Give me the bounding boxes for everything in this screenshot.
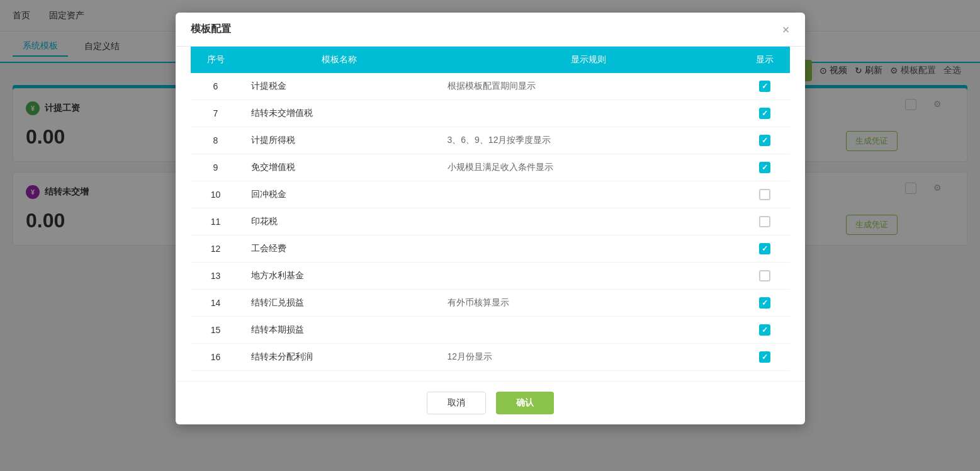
- row-name-2: 计提所得税: [241, 127, 437, 154]
- row-check-0: [740, 73, 790, 100]
- modal-title: 模板配置: [191, 23, 231, 36]
- table-row: 13地方水利基金: [191, 263, 790, 290]
- row-rule-3: 小规模且满足收入条件显示: [437, 154, 740, 181]
- table-row: 6计提税金根据模板配置期间显示: [191, 73, 790, 100]
- row-check-3: [740, 154, 790, 181]
- col-header-show: 显示: [740, 47, 790, 73]
- modal-close-button[interactable]: ×: [782, 23, 790, 36]
- table-row: 15结转本期损益: [191, 317, 790, 344]
- row-check-4: [740, 181, 790, 208]
- row-rule-6: [437, 236, 740, 263]
- table-body: 6计提税金根据模板配置期间显示7结转未交增值税8计提所得税3、6、9、12月按季…: [191, 73, 790, 371]
- table-row: 11印花税: [191, 208, 790, 236]
- table-row: 7结转未交增值税: [191, 100, 790, 127]
- row-index-0: 6: [191, 73, 241, 100]
- col-header-rule: 显示规则: [437, 47, 740, 73]
- row-name-1: 结转未交增值税: [241, 100, 437, 127]
- checkbox-9[interactable]: [759, 162, 770, 173]
- row-check-1: [740, 100, 790, 127]
- cancel-button[interactable]: 取消: [427, 392, 486, 414]
- row-check-5: [740, 208, 790, 236]
- table-row: 8计提所得税3、6、9、12月按季度显示: [191, 127, 790, 154]
- checkbox-8[interactable]: [759, 135, 770, 146]
- row-index-4: 10: [191, 181, 241, 208]
- row-check-9: [740, 317, 790, 344]
- row-name-10: 结转未分配利润: [241, 344, 437, 371]
- row-index-3: 9: [191, 154, 241, 181]
- row-rule-1: [437, 100, 740, 127]
- table-header-row: 序号 模板名称 显示规则 显示: [191, 47, 790, 73]
- checkbox-11[interactable]: [759, 216, 770, 227]
- row-name-0: 计提税金: [241, 73, 437, 100]
- row-check-8: [740, 290, 790, 317]
- row-name-7: 地方水利基金: [241, 263, 437, 290]
- row-name-5: 印花税: [241, 208, 437, 236]
- row-rule-9: [437, 317, 740, 344]
- modal-overlay: 模板配置 × 序号 模板名称 显示规则 显示 6计提税金根据模板配置期间显示7结…: [0, 0, 980, 471]
- checkbox-13[interactable]: [759, 270, 770, 281]
- row-index-7: 13: [191, 263, 241, 290]
- modal-body: 序号 模板名称 显示规则 显示 6计提税金根据模板配置期间显示7结转未交增值税8…: [176, 47, 805, 381]
- row-check-6: [740, 236, 790, 263]
- row-rule-4: [437, 181, 740, 208]
- row-rule-2: 3、6、9、12月按季度显示: [437, 127, 740, 154]
- table-row: 12工会经费: [191, 236, 790, 263]
- row-index-8: 14: [191, 290, 241, 317]
- row-rule-8: 有外币核算显示: [437, 290, 740, 317]
- row-index-9: 15: [191, 317, 241, 344]
- config-table: 序号 模板名称 显示规则 显示 6计提税金根据模板配置期间显示7结转未交增值税8…: [191, 47, 790, 371]
- row-rule-0: 根据模板配置期间显示: [437, 73, 740, 100]
- row-check-7: [740, 263, 790, 290]
- checkbox-16[interactable]: [759, 351, 770, 363]
- row-index-6: 12: [191, 236, 241, 263]
- row-rule-7: [437, 263, 740, 290]
- row-index-10: 16: [191, 344, 241, 371]
- table-row: 10回冲税金: [191, 181, 790, 208]
- table-row: 16结转未分配利润12月份显示: [191, 344, 790, 371]
- col-header-name: 模板名称: [241, 47, 437, 73]
- row-name-9: 结转本期损益: [241, 317, 437, 344]
- checkbox-10[interactable]: [759, 189, 770, 200]
- modal-footer: 取消 确认: [176, 381, 805, 424]
- checkbox-14[interactable]: [759, 297, 770, 309]
- row-index-1: 7: [191, 100, 241, 127]
- row-check-10: [740, 344, 790, 371]
- row-index-5: 11: [191, 208, 241, 236]
- modal-header: 模板配置 ×: [176, 13, 805, 47]
- table-row: 14结转汇兑损益有外币核算显示: [191, 290, 790, 317]
- row-name-4: 回冲税金: [241, 181, 437, 208]
- modal-template-config: 模板配置 × 序号 模板名称 显示规则 显示 6计提税金根据模板配置期间显示7结…: [176, 13, 805, 424]
- checkbox-6[interactable]: [759, 81, 770, 92]
- checkbox-12[interactable]: [759, 243, 770, 254]
- checkbox-15[interactable]: [759, 324, 770, 336]
- table-row: 9免交增值税小规模且满足收入条件显示: [191, 154, 790, 181]
- row-name-8: 结转汇兑损益: [241, 290, 437, 317]
- row-index-2: 8: [191, 127, 241, 154]
- row-rule-5: [437, 208, 740, 236]
- row-rule-10: 12月份显示: [437, 344, 740, 371]
- row-name-3: 免交增值税: [241, 154, 437, 181]
- row-name-6: 工会经费: [241, 236, 437, 263]
- checkbox-7[interactable]: [759, 108, 770, 119]
- confirm-button[interactable]: 确认: [496, 392, 554, 414]
- col-header-index: 序号: [191, 47, 241, 73]
- row-check-2: [740, 127, 790, 154]
